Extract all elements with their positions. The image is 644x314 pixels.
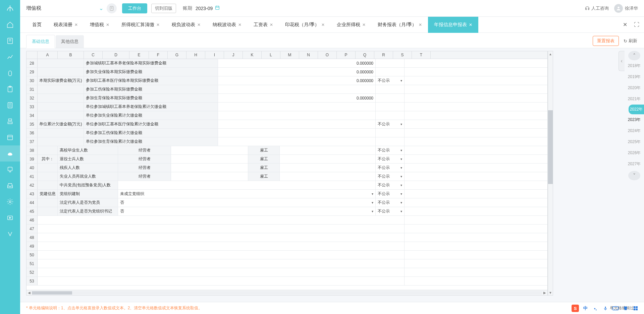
cell[interactable]: 不公示	[376, 164, 405, 172]
row-header[interactable]: 32	[26, 94, 38, 102]
nav-funds[interactable]	[0, 65, 20, 81]
tab-close-icon[interactable]: ✕	[74, 22, 78, 27]
year-option[interactable]: 2024年	[625, 125, 644, 136]
row-header[interactable]: 49	[26, 242, 38, 250]
row-header[interactable]: 41	[26, 172, 38, 181]
cell[interactable]	[280, 172, 376, 181]
row-header[interactable]: 43	[26, 190, 38, 198]
cell[interactable]	[218, 111, 376, 120]
col-header-O[interactable]: O	[318, 51, 337, 59]
cell[interactable]: 未成立党组织	[118, 190, 376, 198]
cell[interactable]	[38, 251, 405, 259]
cell[interactable]	[218, 120, 376, 128]
scroll-up-icon[interactable]: ▲	[548, 51, 553, 57]
close-all-tabs-icon[interactable]: ✕	[622, 20, 629, 29]
horizontal-scrollbar[interactable]: ◀ ▶	[26, 290, 547, 295]
cell[interactable]	[38, 216, 405, 224]
tab-close-icon[interactable]: ✕	[362, 22, 366, 27]
cell[interactable]: 0.000000	[218, 59, 376, 67]
subtab-basic[interactable]: 基础信息	[26, 35, 55, 48]
cell[interactable]	[38, 268, 405, 276]
row-header[interactable]: 31	[26, 85, 38, 93]
row-header[interactable]: 51	[26, 259, 38, 268]
nav-export[interactable]	[0, 162, 20, 178]
tab-7[interactable]: 印花税（月/季）✕	[279, 17, 331, 33]
col-header-M[interactable]: M	[280, 51, 299, 59]
row-header[interactable]: 46	[26, 216, 38, 224]
cell[interactable]	[171, 172, 248, 181]
cell[interactable]	[218, 85, 376, 93]
cell[interactable]: 0.000000	[218, 94, 376, 102]
cell[interactable]: 不公示	[376, 155, 405, 163]
tab-8[interactable]: 企业所得税✕	[331, 17, 372, 33]
ime-keyboard-icon[interactable]	[612, 305, 619, 312]
vscroll-thumb[interactable]	[548, 110, 553, 184]
year-option[interactable]: 2026年	[625, 147, 644, 159]
scroll-right-icon[interactable]: ▶	[542, 291, 547, 295]
col-header-N[interactable]: N	[299, 51, 318, 59]
cell[interactable]	[38, 259, 405, 268]
select-all-corner[interactable]	[26, 51, 38, 59]
reset-report-button[interactable]: 重置报表	[593, 36, 619, 46]
tab-3[interactable]: 所得税汇算清缴✕	[115, 17, 166, 33]
year-option[interactable]: 2021年	[625, 93, 644, 105]
scroll-down-icon[interactable]: ▼	[548, 290, 553, 295]
col-header-C[interactable]: C	[84, 51, 103, 59]
row-header[interactable]: 33	[26, 103, 38, 111]
row-header[interactable]: 44	[26, 198, 38, 207]
vertical-scrollbar[interactable]: ▲ ▼	[548, 51, 553, 296]
ime-lang-icon[interactable]: 中	[582, 305, 589, 312]
row-header[interactable]: 45	[26, 207, 38, 215]
year-scroll-down[interactable]: ˅	[628, 171, 640, 180]
row-header[interactable]: 48	[26, 233, 38, 242]
nav-analytics[interactable]	[0, 49, 20, 65]
col-header-K[interactable]: K	[243, 51, 262, 59]
year-option[interactable]: 2025年	[625, 136, 644, 147]
tab-close-icon[interactable]: ✕	[419, 22, 422, 27]
tab-4[interactable]: 税负波动表✕	[166, 17, 207, 33]
cell[interactable]: 0.000000	[218, 68, 376, 76]
tab-0[interactable]: 首页	[26, 17, 48, 33]
year-option[interactable]: 2022年	[629, 105, 644, 114]
cell[interactable]: 不公示	[376, 198, 405, 207]
ime-punct-icon[interactable]: •,	[592, 305, 599, 312]
tab-close-icon[interactable]: ✕	[197, 22, 201, 27]
cell[interactable]: 否	[118, 207, 376, 215]
cell[interactable]	[218, 129, 376, 137]
col-header-R[interactable]: R	[374, 51, 393, 59]
col-header-A[interactable]: A	[38, 51, 58, 59]
cell[interactable]	[171, 155, 248, 163]
row-header[interactable]: 30	[26, 76, 38, 85]
user-menu[interactable]: 徐泽华	[614, 4, 638, 13]
cell[interactable]: 不公示	[376, 190, 405, 198]
year-option[interactable]: 2018年	[625, 60, 644, 71]
col-header-H[interactable]: H	[186, 51, 205, 59]
expand-icon[interactable]: ⛶	[633, 20, 641, 29]
col-header-G[interactable]: G	[168, 51, 186, 59]
cell[interactable]	[38, 225, 405, 233]
cell[interactable]: 不公示	[376, 120, 405, 128]
cell[interactable]: 不公示	[376, 76, 405, 85]
ime-skin-icon[interactable]	[622, 305, 629, 312]
nav-report[interactable]	[0, 145, 20, 162]
col-header-Q[interactable]: Q	[356, 51, 374, 59]
col-header-P[interactable]: P	[337, 51, 356, 59]
cell[interactable]	[280, 146, 376, 154]
col-header-T[interactable]: T	[412, 51, 431, 59]
col-header-B[interactable]: B	[58, 51, 84, 59]
scroll-left-icon[interactable]: ◀	[26, 291, 32, 295]
col-header-D[interactable]: D	[103, 51, 129, 59]
cell[interactable]	[38, 277, 405, 285]
year-option[interactable]: 2019年	[625, 71, 644, 82]
year-option[interactable]: 2023年	[625, 114, 644, 125]
cell[interactable]	[38, 242, 405, 250]
nav-settings[interactable]	[0, 194, 20, 210]
row-header[interactable]: 50	[26, 251, 38, 259]
nav-video[interactable]	[0, 210, 20, 226]
col-header-F[interactable]: F	[149, 51, 168, 59]
period-value[interactable]: 2023-09	[196, 6, 213, 11]
row-header[interactable]: 47	[26, 225, 38, 233]
cell[interactable]: 0.000000	[218, 76, 376, 85]
nav-stamp[interactable]	[0, 113, 20, 129]
row-header[interactable]: 28	[26, 59, 38, 67]
